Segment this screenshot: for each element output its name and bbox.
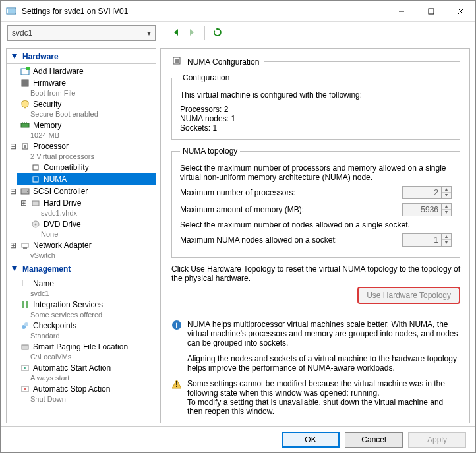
tree-scsi[interactable]: ⊟SCSI Controller bbox=[7, 185, 156, 197]
svg-rect-23 bbox=[32, 201, 39, 206]
info-icon: i bbox=[171, 320, 182, 330]
tree-memory[interactable]: Memory bbox=[7, 119, 156, 131]
tree-processor[interactable]: ⊟Processor bbox=[7, 140, 156, 152]
svg-rect-3 bbox=[429, 9, 434, 14]
toolbar-divider bbox=[204, 26, 205, 40]
titlebar: Settings for svdc1 on SVHV01 bbox=[1, 1, 475, 22]
tree-dvddrive-sub: None bbox=[41, 229, 156, 239]
tree-security[interactable]: Security bbox=[7, 98, 156, 110]
svg-point-22 bbox=[27, 191, 28, 192]
svg-marker-28 bbox=[12, 266, 17, 271]
maxnodes-label: Maximum NUMA nodes allowed on a socket: bbox=[180, 235, 337, 245]
tree-dvddrive[interactable]: DVD Drive bbox=[17, 218, 156, 230]
maxnodes-input[interactable]: ▲▼ bbox=[402, 233, 452, 247]
svg-rect-18 bbox=[24, 145, 26, 148]
tree-compatibility[interactable]: Compatibility bbox=[17, 162, 156, 173]
tree-integration[interactable]: Integration Services bbox=[7, 299, 156, 311]
app-icon bbox=[6, 6, 16, 16]
tree-nic[interactable]: ⊞Network Adapter bbox=[7, 239, 156, 251]
chevron-down-icon: ▾ bbox=[147, 28, 151, 38]
settings-tree[interactable]: Hardware Add Hardware Firmware Boot from… bbox=[6, 48, 156, 423]
use-hardware-topology-button[interactable]: Use Hardware Topology bbox=[357, 287, 460, 304]
vm-selector-dropdown[interactable]: svdc1 ▾ bbox=[7, 25, 156, 41]
maxmem-input[interactable]: ▲▼ bbox=[402, 203, 452, 216]
svg-rect-31 bbox=[26, 301, 28, 308]
tree-security-sub: Secure Boot enabled bbox=[30, 109, 156, 119]
svg-marker-7 bbox=[190, 29, 194, 36]
svg-marker-9 bbox=[12, 54, 17, 59]
tree-harddrive[interactable]: ⊞Hard Drive bbox=[17, 197, 156, 209]
maxmem-label: Maximum amount of memory (MB): bbox=[180, 205, 304, 214]
tree-autostart[interactable]: Automatic Start Action bbox=[7, 362, 156, 374]
configuration-group: Configuration This virtual machine is co… bbox=[171, 73, 460, 140]
svg-rect-30 bbox=[22, 301, 24, 308]
tree-processor-sub: 2 Virtual processors bbox=[30, 152, 156, 161]
svg-marker-6 bbox=[174, 29, 178, 36]
processor-icon bbox=[171, 55, 182, 68]
svg-rect-20 bbox=[33, 177, 38, 182]
svg-marker-8 bbox=[216, 28, 218, 30]
nav-next-button[interactable] bbox=[186, 26, 198, 38]
close-button[interactable] bbox=[446, 1, 475, 21]
window-title: Settings for svdc1 on SVHV01 bbox=[22, 7, 386, 16]
svg-rect-19 bbox=[33, 165, 38, 170]
svg-rect-11 bbox=[26, 67, 30, 70]
tree-memory-sub: 1024 MB bbox=[30, 131, 156, 140]
tree-smartpaging[interactable]: Smart Paging File Location bbox=[7, 341, 156, 353]
tree-numa[interactable]: NUMA bbox=[17, 173, 156, 185]
maxproc-label: Maximum number of processors: bbox=[180, 188, 295, 197]
svg-rect-40 bbox=[175, 59, 179, 63]
tree-name[interactable]: IName bbox=[7, 278, 156, 289]
tree-nic-sub: vSwitch bbox=[30, 251, 156, 260]
svg-rect-13 bbox=[21, 123, 29, 127]
svg-marker-36 bbox=[24, 367, 26, 369]
section-management: Management bbox=[7, 262, 156, 276]
svg-rect-34 bbox=[22, 345, 28, 349]
vm-selected-label: svdc1 bbox=[12, 28, 32, 38]
tree-firmware-sub: Boot from File bbox=[30, 88, 156, 98]
reset-desc: Click Use Hardware Topology to reset the… bbox=[171, 264, 460, 283]
panel-title: NUMA Configuration bbox=[187, 57, 259, 67]
ok-button[interactable]: OK bbox=[282, 432, 340, 448]
cancel-button[interactable]: Cancel bbox=[345, 432, 403, 448]
section-hardware: Hardware bbox=[7, 50, 156, 64]
svg-text:I: I bbox=[21, 279, 23, 288]
toolbar: svdc1 ▾ bbox=[1, 22, 475, 44]
svg-rect-1 bbox=[8, 9, 15, 13]
refresh-button[interactable] bbox=[212, 26, 223, 38]
svg-text:!: ! bbox=[175, 380, 178, 389]
tree-checkpoints[interactable]: Checkpoints bbox=[7, 320, 156, 332]
tree-harddrive-sub: svdc1.vhdx bbox=[41, 208, 156, 218]
maximize-button[interactable] bbox=[416, 1, 446, 21]
tree-autostop[interactable]: Automatic Stop Action bbox=[7, 383, 156, 395]
tree-add-hardware[interactable]: Add Hardware bbox=[7, 65, 156, 77]
svg-point-33 bbox=[24, 322, 28, 326]
svg-rect-38 bbox=[24, 388, 26, 390]
svg-text:i: i bbox=[175, 320, 177, 330]
apply-button[interactable]: Apply bbox=[408, 432, 466, 448]
svg-rect-12 bbox=[22, 80, 28, 86]
maxproc-input[interactable]: ▲▼ bbox=[402, 186, 452, 199]
dialog-footer: OK Cancel Apply bbox=[1, 426, 475, 452]
nav-prev-button[interactable] bbox=[170, 26, 182, 38]
topology-group: NUMA topology Select the maximum number … bbox=[171, 146, 460, 258]
warning-icon: ! bbox=[171, 379, 182, 390]
tree-firmware[interactable]: Firmware bbox=[7, 77, 156, 89]
minimize-button[interactable] bbox=[386, 1, 416, 21]
detail-panel: NUMA Configuration Configuration This vi… bbox=[160, 48, 470, 423]
svg-rect-27 bbox=[23, 247, 27, 249]
svg-point-25 bbox=[35, 224, 37, 226]
